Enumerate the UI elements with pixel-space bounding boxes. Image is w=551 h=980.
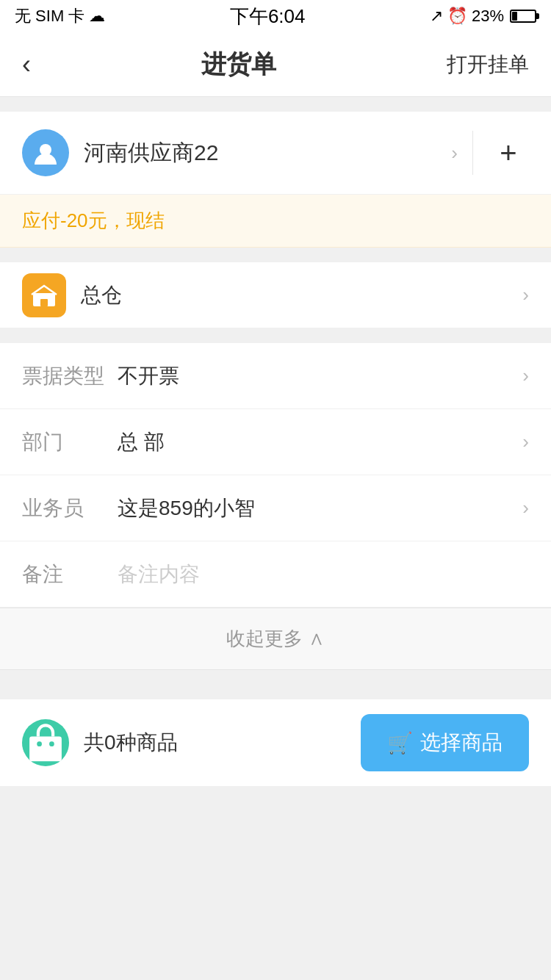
supplier-avatar: [22, 129, 69, 176]
status-left: 无 SIM 卡 ☁: [15, 5, 105, 27]
warehouse-chevron-icon: ›: [522, 284, 529, 306]
supplier-section: 河南供应商22 › +: [0, 112, 551, 195]
bottom-bar: 共0种商品 🛒 选择商品: [0, 699, 551, 786]
status-right: ↗ ⏰ 23%: [430, 7, 536, 26]
salesperson-value: 这是859的小智: [118, 494, 515, 522]
battery-icon: [510, 10, 536, 23]
supplier-row[interactable]: 河南供应商22 ›: [22, 112, 458, 194]
remark-row[interactable]: 备注 备注内容: [0, 541, 551, 608]
nav-bar: ‹ 进货单 打开挂单: [0, 32, 551, 97]
open-pending-button[interactable]: 打开挂单: [447, 51, 529, 79]
svg-rect-2: [40, 299, 48, 306]
section-divider-4: [0, 670, 551, 685]
warehouse-icon: [22, 273, 66, 317]
invoice-type-row[interactable]: 票据类型 不开票 ›: [0, 343, 551, 409]
salesperson-chevron-icon: ›: [522, 497, 529, 519]
department-label: 部门: [22, 428, 118, 456]
salesperson-row[interactable]: 业务员 这是859的小智 ›: [0, 475, 551, 541]
collapse-button[interactable]: 收起更多 ∧: [0, 608, 551, 670]
status-bar: 无 SIM 卡 ☁ 下午6:04 ↗ ⏰ 23%: [0, 0, 551, 32]
page-title: 进货单: [201, 48, 276, 82]
remark-placeholder: 备注内容: [118, 561, 529, 588]
main-background: [0, 786, 551, 980]
goods-count: 共0种商品: [84, 729, 361, 757]
info-banner: 应付-20元，现结: [0, 195, 551, 248]
battery-percent: 23%: [472, 7, 504, 26]
warehouse-row[interactable]: 总仓 ›: [0, 262, 551, 328]
add-supplier-button[interactable]: +: [488, 132, 529, 173]
location-icon: ↗: [430, 7, 443, 26]
remark-label: 备注: [22, 561, 118, 588]
warehouse-name: 总仓: [81, 281, 515, 309]
svg-point-5: [49, 741, 54, 746]
salesperson-label: 业务员: [22, 494, 118, 522]
sim-status: 无 SIM 卡 ☁: [15, 5, 105, 27]
supplier-name: 河南供应商22: [84, 138, 451, 168]
svg-point-4: [37, 741, 42, 746]
supplier-chevron-icon: ›: [451, 142, 458, 165]
svg-rect-3: [29, 737, 62, 762]
supplier-divider: [472, 131, 473, 175]
status-time: 下午6:04: [230, 4, 306, 29]
goods-icon: [22, 719, 69, 766]
department-value: 总 部: [118, 428, 515, 456]
invoice-type-chevron-icon: ›: [522, 364, 529, 387]
invoice-type-value: 不开票: [118, 362, 515, 390]
department-chevron-icon: ›: [522, 430, 529, 453]
select-goods-label: 选择商品: [420, 729, 503, 757]
back-button[interactable]: ‹: [22, 49, 31, 80]
select-goods-icon: 🛒: [387, 731, 413, 755]
invoice-type-label: 票据类型: [22, 362, 118, 390]
section-divider-2: [0, 248, 551, 262]
department-row[interactable]: 部门 总 部 ›: [0, 409, 551, 475]
section-divider-1: [0, 97, 551, 112]
alarm-icon: ⏰: [447, 7, 467, 26]
select-goods-button[interactable]: 🛒 选择商品: [361, 714, 529, 771]
section-divider-3: [0, 328, 551, 343]
